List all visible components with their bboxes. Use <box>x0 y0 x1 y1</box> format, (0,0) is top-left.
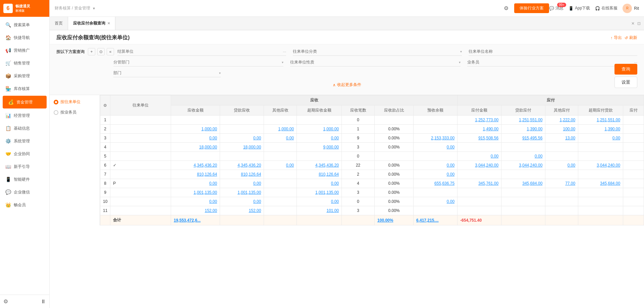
sidebar-item-hardware[interactable]: 📱 智能硬件 <box>0 173 49 186</box>
table-cell[interactable]: 0.00 <box>171 134 220 143</box>
table-cell[interactable]: 1,251,551.00 <box>501 116 545 125</box>
footer-prepay[interactable]: 6,417,215.... <box>413 215 457 225</box>
table-cell[interactable] <box>264 116 297 125</box>
message-button[interactable]: 💬 消息 99+ <box>549 5 564 11</box>
sidebar-item-sales[interactable]: 🛒 销售管理 <box>0 57 49 70</box>
table-cell[interactable] <box>545 188 578 197</box>
table-cell[interactable]: 2,153,333.00 <box>413 134 457 143</box>
table-cell[interactable] <box>578 206 623 215</box>
table-cell[interactable]: 0.00 <box>501 152 545 161</box>
table-cell[interactable]: 4,345,436.20 <box>297 161 342 170</box>
table-cell[interactable]: 0.00 <box>171 179 220 188</box>
table-cell[interactable] <box>458 206 501 215</box>
settlement-unit-dots[interactable]: ··· <box>283 49 286 54</box>
sidebar-item-wechat[interactable]: 💬 企业微信 <box>0 186 49 199</box>
sidebar-item-search-menu[interactable]: 🔍 搜索菜单 <box>0 18 49 31</box>
sidebar-item-member[interactable]: 👑 畅会员 <box>0 199 49 211</box>
table-cell[interactable] <box>220 125 264 134</box>
table-cell[interactable]: 810,126.64 <box>297 170 342 179</box>
table-cell[interactable] <box>413 125 457 134</box>
table-cell[interactable]: 1,251,551.00 <box>578 116 623 125</box>
table-cell[interactable] <box>458 170 501 179</box>
table-cell[interactable] <box>220 152 264 161</box>
table-cell[interactable]: 810,126.64 <box>220 170 264 179</box>
sidebar-item-operation[interactable]: 📊 经营管理 <box>0 109 49 122</box>
table-cell[interactable] <box>501 170 545 179</box>
partner-category-arrow[interactable]: ▾ <box>460 50 462 53</box>
table-cell[interactable]: 0.00 <box>220 134 264 143</box>
window-maximize-icon[interactable]: ⊡ <box>637 21 641 26</box>
table-cell[interactable]: 1,490.00 <box>458 125 501 134</box>
add-scheme-btn[interactable]: + <box>88 48 95 55</box>
table-cell[interactable]: 1,390.00 <box>578 125 623 134</box>
table-cell[interactable] <box>458 143 501 152</box>
table-cell[interactable]: 0.00 <box>171 197 220 206</box>
sidebar-item-marketing[interactable]: 📢 营销推广 <box>0 44 49 57</box>
table-cell[interactable]: 0.00 <box>545 161 578 170</box>
sidebar-item-guide[interactable]: 📖 新手引导 <box>0 160 49 173</box>
window-close-icon[interactable]: ✕ <box>631 21 635 26</box>
table-cell[interactable] <box>501 206 545 215</box>
table-cell[interactable] <box>413 152 457 161</box>
table-cell[interactable] <box>171 152 220 161</box>
table-cell[interactable]: 1,222.00 <box>545 116 578 125</box>
table-cell[interactable]: 0.00 <box>413 161 457 170</box>
table-cell[interactable]: 345,761.00 <box>458 179 501 188</box>
table-cell[interactable]: 1,390.00 <box>501 125 545 134</box>
table-cell[interactable]: 0.00 <box>458 152 501 161</box>
table-cell[interactable] <box>578 152 623 161</box>
table-cell[interactable] <box>264 143 297 152</box>
export-button[interactable]: ↑ 导出 <box>610 35 622 41</box>
collapse-scheme-btn[interactable]: « <box>107 48 114 55</box>
table-cell[interactable] <box>297 152 342 161</box>
table-cell[interactable] <box>545 170 578 179</box>
table-cell[interactable]: 18,000.00 <box>220 143 264 152</box>
table-cell[interactable] <box>545 143 578 152</box>
table-cell[interactable] <box>413 206 457 215</box>
table-cell[interactable]: 0.00 <box>297 197 342 206</box>
table-cell[interactable]: 0.00 <box>220 179 264 188</box>
filter-by-partner[interactable]: 按往来单位 <box>50 97 100 107</box>
table-cell[interactable]: 0.00 <box>578 134 623 143</box>
table-cell[interactable] <box>220 116 264 125</box>
table-cell[interactable] <box>501 143 545 152</box>
table-cell[interactable] <box>501 197 545 206</box>
sidebar-settings-icon[interactable]: ⚙ <box>3 298 8 305</box>
table-cell[interactable] <box>264 179 297 188</box>
tab-close-icon[interactable]: ✕ <box>107 21 110 25</box>
online-service-button[interactable]: 🎧 在线客服 <box>595 5 618 11</box>
table-cell[interactable]: 915,508.56 <box>458 134 501 143</box>
settings-button[interactable]: 设置 <box>614 77 637 88</box>
tab-home[interactable]: 首页 <box>50 17 68 30</box>
table-cell[interactable] <box>264 152 297 161</box>
sidebar-collapse-icon[interactable]: ⏸ <box>41 299 46 305</box>
table-cell[interactable]: 345,684.00 <box>501 179 545 188</box>
header-gear-icon[interactable]: ⚙ <box>501 4 511 13</box>
header-dropdown-icon[interactable]: ▾ <box>93 6 95 11</box>
partner-nature-arrow[interactable]: ▾ <box>459 60 461 64</box>
footer-ar-amount[interactable]: 19,553,472,6... <box>171 215 220 225</box>
table-cell[interactable] <box>578 197 623 206</box>
sidebar-item-inventory[interactable]: 🏪 库存核算 <box>0 82 49 95</box>
refresh-button[interactable]: ↺ 刷新 <box>625 35 637 41</box>
table-cell[interactable] <box>413 116 457 125</box>
table-cell[interactable] <box>297 116 342 125</box>
branch-dept-arrow[interactable]: ▾ <box>282 60 283 64</box>
table-cell[interactable] <box>264 206 297 215</box>
table-cell[interactable]: 0.00 <box>413 170 457 179</box>
sidebar-item-finance[interactable]: 💰 资金管理 <box>3 96 47 108</box>
collapse-more-button[interactable]: ∧ 收起更多条件 <box>331 80 363 90</box>
table-cell[interactable] <box>171 116 220 125</box>
table-cell[interactable] <box>264 188 297 197</box>
table-cell[interactable]: 0.00 <box>297 134 342 143</box>
table-cell[interactable] <box>578 188 623 197</box>
settings-col-header[interactable]: ⚙ <box>100 95 110 116</box>
table-cell[interactable]: 915,495.56 <box>501 134 545 143</box>
table-cell[interactable] <box>545 152 578 161</box>
table-cell[interactable] <box>501 188 545 197</box>
table-cell[interactable]: 1,000.00 <box>297 125 342 134</box>
table-cell[interactable] <box>458 188 501 197</box>
table-cell[interactable]: 3,044,240.00 <box>458 161 501 170</box>
table-cell[interactable]: 9,000.00 <box>297 143 342 152</box>
table-cell[interactable]: 18,000.00 <box>171 143 220 152</box>
